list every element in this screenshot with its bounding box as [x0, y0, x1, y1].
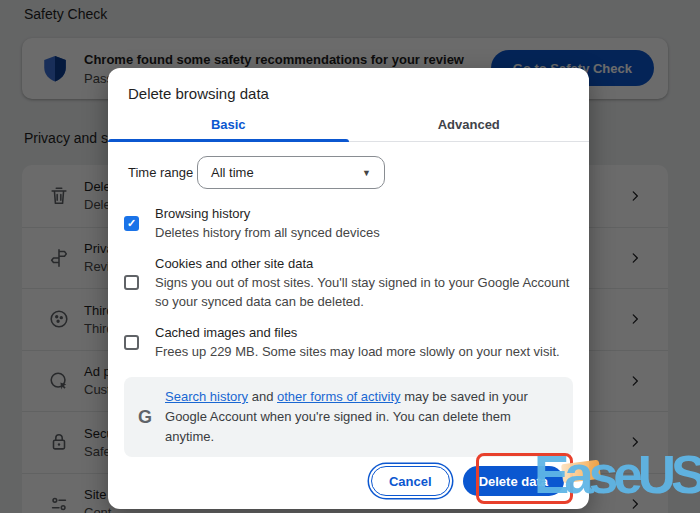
option-title: Cached images and files [155, 323, 560, 342]
google-account-note: G Search history and other forms of acti… [124, 377, 573, 457]
option-browsing-history[interactable]: ✓ Browsing history Deletes history from … [124, 204, 573, 242]
option-description: Frees up 229 MB. Some sites may load mor… [155, 342, 560, 361]
tab-advanced[interactable]: Advanced [349, 111, 590, 141]
other-activity-link[interactable]: other forms of activity [277, 389, 401, 404]
annotation-highlight-box [476, 453, 573, 504]
delete-browsing-data-dialog: Delete browsing data Basic Advanced Time… [108, 68, 589, 509]
cached-files-checkbox[interactable] [124, 335, 139, 350]
cookies-checkbox[interactable] [124, 275, 139, 290]
time-range-select[interactable]: All time ▼ [197, 156, 385, 189]
note-conjunction: and [248, 389, 277, 404]
screen: Safety Check Chrome found some safety re… [0, 0, 700, 513]
option-cookies[interactable]: Cookies and other site data Signs you ou… [124, 254, 573, 311]
tab-basic[interactable]: Basic [108, 111, 349, 141]
dialog-tabs: Basic Advanced [108, 111, 589, 142]
option-description: Signs you out of most sites. You'll stay… [155, 273, 573, 311]
option-cached-files[interactable]: Cached images and files Frees up 229 MB.… [124, 323, 573, 361]
dialog-title: Delete browsing data [108, 68, 589, 102]
note-text: Search history and other forms of activi… [165, 387, 559, 447]
google-g-icon: G [138, 407, 152, 428]
active-tab-indicator [108, 139, 349, 142]
option-title: Browsing history [155, 204, 380, 223]
chevron-down-icon: ▼ [362, 168, 371, 178]
time-range-label: Time range [128, 165, 197, 180]
cancel-button[interactable]: Cancel [371, 466, 450, 496]
browsing-history-checkbox[interactable]: ✓ [124, 216, 139, 231]
option-description: Deletes history from all synced devices [155, 223, 380, 242]
option-title: Cookies and other site data [155, 254, 573, 273]
time-range-value: All time [211, 165, 254, 180]
search-history-link[interactable]: Search history [165, 389, 248, 404]
